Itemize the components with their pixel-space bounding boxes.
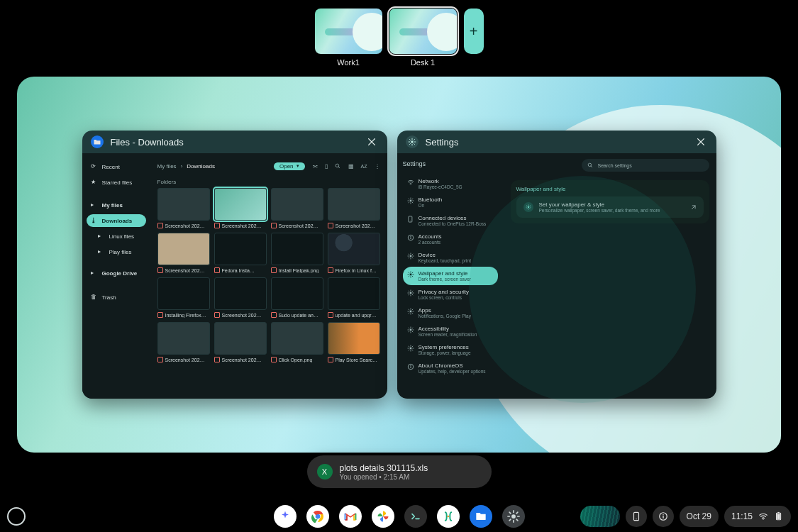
file-name: Click Open.png xyxy=(279,358,313,362)
file-item[interactable]: Fedora Insta… xyxy=(214,233,267,273)
notification-indicator[interactable] xyxy=(653,506,674,527)
dock-icon-ai[interactable] xyxy=(274,505,297,528)
dock-icon-photos[interactable] xyxy=(372,505,394,528)
more-icon[interactable]: ⋮ xyxy=(375,163,380,170)
file-item[interactable]: Play Store Searc… xyxy=(328,322,380,362)
phone-icon[interactable]: ▯ xyxy=(325,163,328,170)
file-item[interactable]: Screenshot 202… xyxy=(157,233,210,273)
file-item[interactable]: Screenshot 202… xyxy=(328,188,380,228)
status-tray[interactable]: 11:15 xyxy=(724,506,791,527)
settings-titlebar[interactable]: Settings xyxy=(397,131,716,153)
settings-nav-about-chromeos[interactable]: About ChromeOSUpdates, help, developer o… xyxy=(403,359,498,377)
file-thumbnail xyxy=(157,322,210,355)
open-button[interactable]: Open xyxy=(274,162,305,170)
sidebar-item-downloads[interactable]: ⭳Downloads xyxy=(87,214,146,227)
file-item[interactable]: Firefox in Linux f… xyxy=(328,233,380,273)
file-item[interactable]: Screenshot 202… xyxy=(214,322,267,362)
file-item[interactable]: Sudo update an… xyxy=(271,277,323,318)
launcher-button[interactable] xyxy=(7,507,26,526)
sidebar-item-linux[interactable]: ▸Linux files xyxy=(87,230,146,243)
settings-nav-accounts[interactable]: Accounts2 accounts xyxy=(403,230,498,248)
settings-nav-wallpaper-and-style[interactable]: Wallpaper and styleDark theme, screen sa… xyxy=(403,267,498,285)
settings-nav-system-preferences[interactable]: System preferencesStorage, power, langua… xyxy=(403,340,498,359)
view-icon[interactable]: ▦ xyxy=(348,163,354,170)
file-item[interactable]: Screenshot 202… xyxy=(157,322,210,362)
file-thumbnail xyxy=(157,277,210,310)
file-thumbnail xyxy=(328,277,380,310)
file-item[interactable]: Screenshot 202… xyxy=(214,277,267,318)
sidebar-item-drive[interactable]: ▸Google Drive xyxy=(87,267,146,279)
file-thumbnail xyxy=(214,322,267,355)
panel-title: Wallpaper and style xyxy=(516,186,704,192)
file-thumbnail xyxy=(157,188,210,221)
dock-icon-files[interactable] xyxy=(470,505,492,528)
file-item[interactable]: update and upgr… xyxy=(328,277,380,318)
panel-row-wallpaper[interactable]: Set your wallpaper & style Personalize w… xyxy=(516,196,704,218)
files-toolbar: My files › Downloads Open ⫘ ▯ ▦ AZ ⋮ xyxy=(157,159,380,173)
desk-label: Desk 1 xyxy=(411,58,435,67)
file-name: Screenshot 202… xyxy=(222,313,262,318)
close-icon[interactable] xyxy=(365,135,379,149)
search-placeholder: Search settings xyxy=(598,163,632,168)
file-item[interactable]: Click Open.png xyxy=(271,322,323,362)
sidebar-item-myfiles[interactable]: ▸My files xyxy=(87,199,146,211)
breadcrumb-root[interactable]: My files xyxy=(157,163,177,170)
clock: 11:15 xyxy=(731,511,753,521)
new-desk-button[interactable]: + xyxy=(464,9,484,54)
style-icon xyxy=(523,202,533,212)
desk-thumb-desk1[interactable]: Desk 1 xyxy=(389,9,457,67)
file-item[interactable]: Installing Firefox… xyxy=(157,277,210,318)
files-titlebar[interactable]: Files - Downloads xyxy=(82,131,387,153)
date-pill[interactable]: Oct 29 xyxy=(680,506,719,527)
sort-icon[interactable]: AZ xyxy=(361,164,367,169)
dock-icon-gmail[interactable] xyxy=(339,505,362,528)
settings-nav-network[interactable]: NetworkiB Rayee-eC4DC_5G xyxy=(403,174,498,193)
image-file-icon xyxy=(271,357,277,362)
tote-notification[interactable]: X plots details 301115.xls You opened • … xyxy=(307,455,492,488)
settings-nav-connected-devices[interactable]: Connected devicesConnected to OnePlus 12… xyxy=(403,211,498,230)
sidebar-item-starred[interactable]: ★Starred files xyxy=(87,176,146,189)
share-icon[interactable]: ⫘ xyxy=(312,163,318,170)
settings-nav-accessibility[interactable]: AccessibilityScreen reader, magnificatio… xyxy=(403,322,498,340)
file-item[interactable]: Screenshot 202… xyxy=(214,188,267,228)
settings-panel: Wallpaper and style Set your wallpaper &… xyxy=(511,180,709,223)
settings-window[interactable]: Settings Settings NetworkiB Rayee-eC4DC_… xyxy=(397,131,716,399)
file-item[interactable]: Screenshot 202… xyxy=(271,188,323,228)
phone-hub-button[interactable] xyxy=(626,506,647,527)
search-input[interactable]: Search settings xyxy=(582,159,709,172)
wifi-icon xyxy=(758,511,768,521)
dock-icon-app[interactable] xyxy=(437,505,460,528)
file-item[interactable]: Install Flatpak.png xyxy=(271,233,323,273)
file-thumbnail xyxy=(271,277,323,310)
image-file-icon xyxy=(271,223,277,228)
search-icon[interactable] xyxy=(335,163,341,170)
file-thumbnail xyxy=(271,188,323,221)
files-window[interactable]: Files - Downloads ⟳Recent ★Starred files… xyxy=(82,131,387,399)
file-name: Screenshot 202… xyxy=(165,268,205,273)
settings-nav-bluetooth[interactable]: BluetoothOn xyxy=(403,193,498,211)
sys-icon xyxy=(407,345,414,352)
sidebar-item-recent[interactable]: ⟳Recent xyxy=(87,160,146,173)
image-file-icon xyxy=(157,312,163,318)
settings-heading: Settings xyxy=(403,160,498,167)
sidebar-item-play[interactable]: ▸Play files xyxy=(87,245,146,258)
dock-icon-settings[interactable] xyxy=(502,505,525,528)
file-item[interactable]: Screenshot 202… xyxy=(157,188,210,228)
settings-nav-privacy-and-security[interactable]: Privacy and securityLock screen, control… xyxy=(403,285,498,304)
media-control-pill[interactable] xyxy=(580,506,620,527)
image-file-icon xyxy=(328,312,333,318)
desk-thumb-work1[interactable]: Work1 xyxy=(315,9,382,67)
shelf-apps xyxy=(274,505,525,528)
close-icon[interactable] xyxy=(694,135,708,149)
settings-nav-apps[interactable]: AppsNotifications, Google Play xyxy=(403,304,498,322)
settings-main: Search settings Wallpaper and style Set … xyxy=(504,153,716,399)
dock-icon-terminal[interactable] xyxy=(404,505,427,528)
settings-nav-device[interactable]: DeviceKeyboard, touchpad, print xyxy=(403,248,498,267)
breadcrumb-leaf[interactable]: Downloads xyxy=(187,163,215,170)
dock-icon-chrome[interactable] xyxy=(306,505,329,528)
sidebar-item-trash[interactable]: 🗑Trash xyxy=(87,291,146,304)
image-file-icon xyxy=(157,223,163,228)
shelf-status-area: Oct 29 11:15 xyxy=(580,506,791,527)
bt-icon xyxy=(407,197,414,204)
overview-area: Files - Downloads ⟳Recent ★Starred files… xyxy=(17,77,781,453)
